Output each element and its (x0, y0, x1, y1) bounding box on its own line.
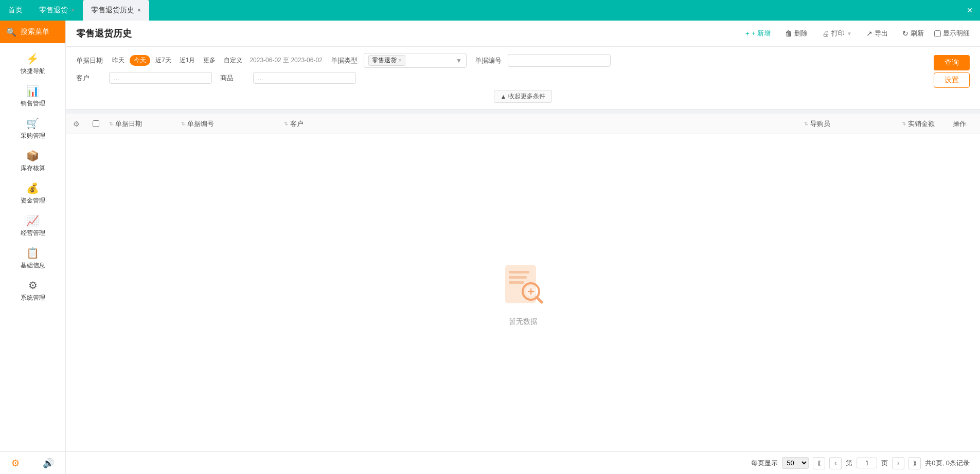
quick-nav-icon: ⚡ (26, 52, 39, 65)
svg-rect-2 (509, 276, 527, 279)
th-guide-sort-icon: ⇅ (804, 121, 808, 126)
th-date-sort-icon: ⇅ (109, 121, 113, 126)
date-btn-more[interactable]: 更多 (200, 55, 219, 66)
basic-info-icon: 📋 (26, 247, 39, 259)
table-select-all[interactable] (86, 120, 105, 127)
th-date[interactable]: ⇅ 单据日期 (105, 119, 177, 129)
tab-retail-return-close[interactable]: × (71, 7, 75, 14)
print-button[interactable]: 🖨 打印 ▼ (818, 27, 856, 40)
th-guide[interactable]: ⇅ 导购员 (800, 119, 877, 129)
sidebar-item-basic-info[interactable]: 📋 基础信息 (0, 242, 65, 274)
new-button[interactable]: + + 新增 (741, 27, 775, 40)
filter-customer-item: 客户 ... (76, 72, 212, 84)
table-area: ⚙ ⇅ 单据日期 ⇅ 单据编号 ⇅ 客户 ⇅ 导购员 ⇅ 实销金额 (66, 114, 980, 474)
page-number-input[interactable] (857, 458, 877, 468)
sidebar-item-purchase[interactable]: 🛒 采购管理 (0, 112, 65, 144)
pagination-last-btn[interactable]: ⟫ (908, 457, 921, 469)
sidebar-search[interactable]: 🔍 搜索菜单 (0, 21, 65, 43)
delete-label: 删除 (794, 29, 808, 38)
page-label: 第 (846, 459, 852, 468)
th-number-label: 单据编号 (187, 119, 214, 129)
filter-goods-item: 商品 ... (220, 72, 356, 84)
collapse-row: ▲ 收起更多条件 (76, 88, 970, 105)
sidebar-item-quick-nav-label: 快捷导航 (21, 67, 45, 76)
search-icon: 🔍 (6, 27, 16, 37)
sidebar-item-sales-label: 销售管理 (21, 99, 45, 108)
show-detail-checkbox[interactable] (934, 30, 941, 37)
per-page-label: 每页显示 (751, 459, 778, 468)
page-title: 零售退货历史 (76, 27, 132, 40)
customer-filter-label: 客户 (76, 74, 105, 83)
sidebar-volume-icon[interactable]: 🔊 (43, 458, 54, 469)
pagination-first-btn[interactable]: ⟪ (813, 457, 825, 469)
tab-retail-return[interactable]: 零售退货 × (31, 0, 83, 21)
type-tags: 零售退货 × (368, 55, 456, 66)
svg-rect-3 (509, 281, 524, 284)
svg-rect-1 (509, 271, 529, 274)
date-btn-custom[interactable]: 自定义 (221, 55, 245, 66)
export-label: 导出 (875, 29, 888, 38)
window-close-button[interactable]: × (959, 0, 980, 21)
filter-date-item: 单据日期 昨天 今天 近7天 近1月 更多 自定义 2023-06-02 至 2… (76, 55, 323, 66)
th-date-label: 单据日期 (115, 119, 142, 129)
sidebar-item-operations[interactable]: 📈 经营管理 (0, 209, 65, 242)
tab-retail-return-history-close[interactable]: × (137, 7, 141, 14)
table-settings-icon[interactable]: ⚙ (66, 120, 86, 128)
sidebar-item-operations-label: 经营管理 (21, 229, 45, 238)
pagination-prev-btn[interactable]: ‹ (829, 457, 842, 469)
th-customer[interactable]: ⇅ 客户 (280, 119, 800, 129)
page-actions: + + 新增 🗑 删除 🖨 打印 ▼ ↗ 导出 ↻ 刷新 显示 (741, 27, 970, 40)
date-btn-1month[interactable]: 近1月 (176, 55, 199, 66)
delete-icon: 🗑 (785, 29, 792, 38)
sales-icon: 📊 (26, 85, 39, 97)
th-amount-sort-icon: ⇅ (902, 121, 906, 126)
sidebar-footer: ⚙ 🔊 (0, 451, 65, 474)
sidebar-item-purchase-label: 采购管理 (21, 132, 45, 140)
empty-text: 暂无数据 (509, 317, 538, 326)
th-number-sort-icon: ⇅ (181, 121, 185, 126)
goods-input[interactable]: ... (253, 72, 356, 84)
customer-input[interactable]: ... (109, 72, 212, 84)
sidebar-item-finance[interactable]: 💰 资金管理 (0, 177, 65, 209)
sidebar-item-basic-info-label: 基础信息 (21, 261, 45, 270)
th-amount[interactable]: ⇅ 实销金额 (877, 119, 939, 129)
sidebar-settings-icon[interactable]: ⚙ (11, 458, 20, 469)
collapse-button[interactable]: ▲ 收起更多条件 (494, 90, 553, 103)
query-button[interactable]: 查询 (934, 55, 970, 70)
inventory-icon: 📦 (26, 150, 39, 162)
per-page-select[interactable]: 50 100 200 (782, 457, 809, 469)
export-icon: ↗ (866, 29, 872, 38)
th-action: 操作 (939, 119, 980, 129)
tab-home[interactable]: 首页 (0, 0, 31, 21)
filter-settings-button[interactable]: 设置 (934, 72, 970, 88)
tab-retail-return-history[interactable]: 零售退货历史 × (83, 0, 149, 21)
th-customer-sort-icon: ⇅ (284, 121, 288, 126)
purchase-icon: 🛒 (26, 117, 39, 130)
type-filter-label: 单据类型 (331, 56, 360, 65)
delete-button[interactable]: 🗑 删除 (781, 27, 812, 40)
pagination-next-btn[interactable]: › (892, 457, 904, 469)
sidebar-item-quick-nav[interactable]: ⚡ 快捷导航 (0, 47, 65, 80)
goods-filter-label: 商品 (220, 74, 249, 83)
filter-number-item: 单据编号 (475, 54, 611, 67)
sidebar-item-sales[interactable]: 📊 销售管理 (0, 80, 65, 112)
empty-state: 暂无数据 (66, 134, 980, 451)
th-number[interactable]: ⇅ 单据编号 (177, 119, 280, 129)
show-detail-checkbox-wrap[interactable]: 显示明细 (934, 29, 970, 38)
select-all-checkbox[interactable] (93, 120, 99, 127)
refresh-button[interactable]: ↻ 刷新 (898, 27, 928, 40)
date-btn-yesterday[interactable]: 昨天 (109, 55, 128, 66)
sidebar-item-system[interactable]: ⚙ 系统管理 (0, 274, 65, 306)
number-input[interactable] (508, 54, 611, 67)
sidebar-item-inventory[interactable]: 📦 库存核算 (0, 144, 65, 177)
refresh-icon: ↻ (902, 29, 908, 38)
main-content: 零售退货历史 + + 新增 🗑 删除 🖨 打印 ▼ ↗ 导出 ↻ 刷新 (66, 21, 980, 474)
date-btn-7days[interactable]: 近7天 (152, 55, 174, 66)
export-button[interactable]: ↗ 导出 (862, 27, 892, 40)
refresh-label: 刷新 (911, 29, 924, 38)
type-select[interactable]: 零售退货 × ▼ (364, 53, 467, 68)
date-btn-today[interactable]: 今天 (130, 55, 150, 66)
date-range-display: 2023-06-02 至 2023-06-02 (250, 56, 322, 65)
tab-home-label: 首页 (8, 6, 23, 15)
type-tag-close-icon[interactable]: × (399, 58, 402, 63)
